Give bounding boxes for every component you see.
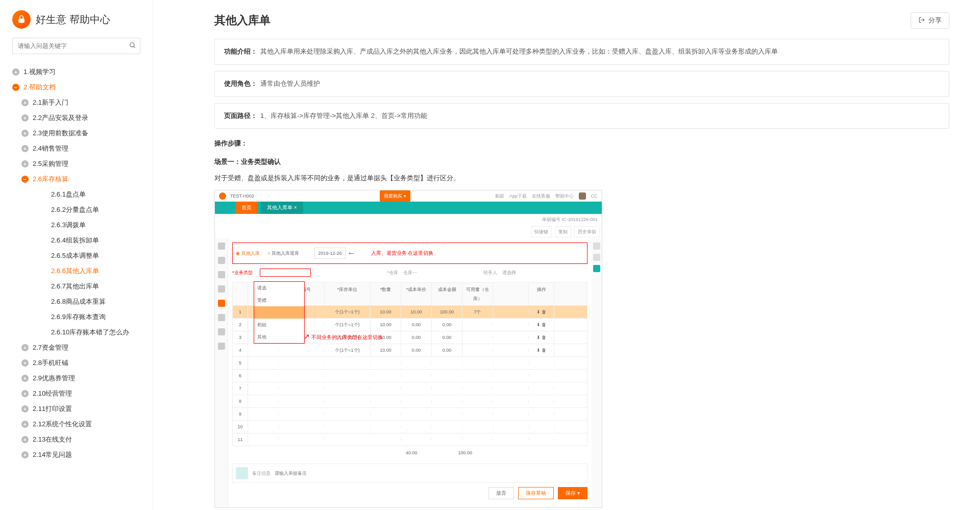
ss-td: 0.00 xyxy=(401,331,432,344)
plus-icon: + xyxy=(21,451,29,458)
ss-th: *库存单位 xyxy=(325,283,371,305)
ss-biztype-dropdown: 请选受赠 初始其他 xyxy=(254,281,305,344)
plus-icon: + xyxy=(21,375,29,382)
nav-item[interactable]: +2.9优惠券管理 xyxy=(12,371,140,386)
search-box xyxy=(12,38,140,54)
ss-td xyxy=(371,361,401,365)
nav-item[interactable]: +2.12系统个性化设置 xyxy=(12,417,140,432)
ss-cancel-btn: 放弃 xyxy=(488,487,514,499)
nav-item[interactable]: +2.1新手入门 xyxy=(12,95,140,110)
ss-td xyxy=(462,400,493,403)
nav-item[interactable]: +2.10经营管理 xyxy=(12,386,140,401)
nav-item[interactable]: +2.6.8商品成本重算 xyxy=(12,294,140,309)
ss-dd-option: 受赠 xyxy=(254,294,304,306)
plus-icon: + xyxy=(12,68,19,76)
nav-item[interactable]: +2.6.7其他出库单 xyxy=(12,279,140,294)
plus-icon: + xyxy=(21,405,29,412)
nav-item[interactable]: +2.6.2分量盘点单 xyxy=(12,202,140,217)
nav-item[interactable]: +1.视频学习 xyxy=(12,64,140,80)
table-row: 9 xyxy=(233,407,587,420)
ss-total-qty: 40.00 xyxy=(406,448,418,457)
nav-item[interactable]: +2.6.10库存账本错了怎么办 xyxy=(12,325,140,340)
nav-item[interactable]: +2.2产品安装及登录 xyxy=(12,110,140,126)
ss-td: 10 xyxy=(233,421,248,433)
nav-item-label: 2.帮助文档 xyxy=(23,83,56,92)
nav-item[interactable]: +2.7资金管理 xyxy=(12,340,140,355)
ss-td xyxy=(371,387,401,390)
plus-icon: + xyxy=(21,436,29,443)
ss-td xyxy=(462,387,493,390)
ss-td xyxy=(493,412,529,416)
ss-td: 2 xyxy=(233,319,248,331)
ss-body: ◉ 其他入库 ○ 其他入库退库 2019-12-26 ← 入库、退货业务 在这里… xyxy=(215,238,602,507)
nav-item[interactable]: +2.6.4组装拆卸单 xyxy=(12,233,140,248)
ss-warehouse-val: 仓库一 xyxy=(403,268,417,277)
nav-item-label: 2.5采购管理 xyxy=(33,159,68,168)
ss-td xyxy=(493,425,529,428)
nav-item[interactable]: +2.8手机旺铺 xyxy=(12,355,140,371)
share-button[interactable]: 分享 xyxy=(911,12,949,29)
ss-radio-return: ○ 其他入库退库 xyxy=(265,249,300,258)
plus-icon: + xyxy=(21,160,29,167)
ss-td xyxy=(529,400,554,403)
ss-td xyxy=(432,387,462,390)
nav-item[interactable]: −2.6库存核算 xyxy=(12,172,140,187)
ss-td xyxy=(248,387,279,390)
ss-td: 6 xyxy=(233,370,248,382)
ss-dd-option: 其他 xyxy=(254,331,304,343)
ss-td: 0.00 xyxy=(401,344,432,356)
ss-td xyxy=(462,412,493,416)
ss-td xyxy=(325,412,371,416)
minus-icon: − xyxy=(21,176,29,183)
ss-th: *成本单价 xyxy=(401,283,432,305)
ss-td xyxy=(279,438,325,441)
ss-td: ⬇ 🗑 xyxy=(529,306,554,318)
table-row: 11 xyxy=(233,433,587,446)
ss-td: 3 xyxy=(233,331,248,344)
search-input[interactable] xyxy=(12,38,140,54)
ss-totals: 40.00 100.00 xyxy=(232,446,587,459)
nav-item[interactable]: −2.帮助文档 xyxy=(12,80,140,95)
ss-tool: 历史单据 xyxy=(574,226,600,237)
ss-radio-in: ◉ 其他入库 xyxy=(233,249,260,258)
nav-item[interactable]: +2.4销售管理 xyxy=(12,141,140,156)
nav-item-label: 2.13在线支付 xyxy=(33,435,72,444)
ss-top-link: App下载 xyxy=(509,191,527,201)
nav-item[interactable]: +2.14常见问题 xyxy=(12,447,140,463)
scenario1-heading: 场景一：业务类型确认 xyxy=(214,155,949,168)
search-icon[interactable] xyxy=(129,42,136,51)
ss-td xyxy=(401,374,432,377)
ss-td: 10.00 xyxy=(371,344,401,356)
nav-item[interactable]: +2.5采购管理 xyxy=(12,156,140,172)
ss-td: 0.00 xyxy=(432,344,462,356)
ss-biztype-label: *业务类型 xyxy=(232,268,253,277)
ss-td xyxy=(401,387,432,390)
ss-td xyxy=(248,425,279,428)
nav-tree: +1.视频学习−2.帮助文档+2.1新手入门+2.2产品安装及登录+2.3使用前… xyxy=(12,64,140,463)
nav-item[interactable]: +2.13在线支付 xyxy=(12,432,140,447)
ss-top-link: 帮助中心 xyxy=(555,191,574,201)
nav-item[interactable]: +2.6.1盘点单 xyxy=(12,187,140,202)
nav-item[interactable]: +2.3使用前数据准备 xyxy=(12,126,140,141)
table-row: 7 xyxy=(233,382,587,395)
nav-item[interactable]: +2.11打印设置 xyxy=(12,401,140,417)
nav-item[interactable]: +2.6.3调拨单 xyxy=(12,217,140,233)
nav-item[interactable]: +2.6.5成本调整单 xyxy=(12,248,140,263)
ss-th xyxy=(493,283,529,305)
ss-memo-input xyxy=(275,471,584,476)
ss-td xyxy=(325,361,371,365)
ss-td: 10.00 xyxy=(371,306,401,318)
minus-icon: − xyxy=(12,84,19,91)
ss-left-rail xyxy=(215,238,228,507)
ss-top-link: 刷新 xyxy=(495,191,504,201)
ss-td xyxy=(432,412,462,416)
ss-td xyxy=(462,425,493,428)
nav-item[interactable]: +2.6.9库存账本查询 xyxy=(12,309,140,325)
ss-rail-icon xyxy=(218,328,225,335)
nav-item[interactable]: +2.6.6其他入库单 xyxy=(12,263,140,279)
ss-td xyxy=(462,374,493,377)
ss-rail-icon xyxy=(218,257,225,264)
ss-rr-icon-active xyxy=(593,265,600,272)
ss-dd-option: 请选 xyxy=(254,282,304,294)
ss-td xyxy=(279,412,325,416)
